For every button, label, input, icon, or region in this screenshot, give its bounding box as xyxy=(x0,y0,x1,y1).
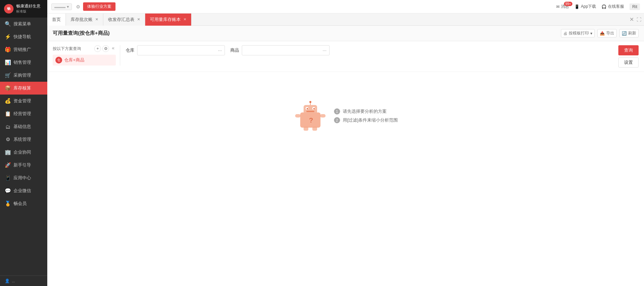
nav-icon-newbie: 🚀 xyxy=(5,162,11,168)
nav-icon-member: 🏅 xyxy=(5,201,11,207)
sidebar-item-finance[interactable]: 💰资金管理 xyxy=(0,95,47,107)
scheme-settings-button[interactable]: ⚙ xyxy=(102,45,109,52)
add-scheme-button[interactable]: + xyxy=(94,45,101,52)
scheme-item-warehouse-goods[interactable]: 仓 仓库+商品 xyxy=(53,55,116,66)
goods-input[interactable] xyxy=(245,48,321,53)
close-window-icon[interactable]: ✕ xyxy=(629,16,634,23)
page-actions: 🖨 按模板打印 ▾ 📤 导出 🔄 刷新 xyxy=(561,29,639,37)
sidebar-nav: 🔍搜索菜单⚡快捷导航🎁营销推广📊销售管理🛒采购管理📦库存核算💰资金管理📋经营管理… xyxy=(0,18,47,276)
sidebar-item-newbie[interactable]: 🚀新手引导 xyxy=(0,159,47,172)
settings-icon[interactable]: ⚙ xyxy=(76,4,80,9)
sidebar-item-inventory[interactable]: 📦库存核算 xyxy=(0,82,47,95)
scheme-actions: + ⚙ « xyxy=(94,45,116,52)
query-btn-area: 查询 设置 xyxy=(614,45,639,68)
export-icon: 📤 xyxy=(600,31,605,36)
tab-summary[interactable]: 收发存汇总表 ✕ xyxy=(103,14,145,26)
tab-inventory-batch[interactable]: 库存批次账 ✕ xyxy=(66,14,103,26)
tab-available-stock[interactable]: 可用量库存账本 ✕ xyxy=(145,14,191,26)
sidebar-item-member[interactable]: 🏅畅会员 xyxy=(0,197,47,210)
app-download-button[interactable]: 📱 App下载 xyxy=(574,4,596,9)
collapse-button[interactable]: « xyxy=(110,45,116,52)
plus-icon: + xyxy=(97,46,99,51)
nav-icon-system: ⚙ xyxy=(5,136,11,142)
trial-button[interactable]: 体验行业方案 xyxy=(83,2,115,11)
nav-icon-basic: 🗂 xyxy=(5,124,11,130)
sidebar-label-marketing: 营销推广 xyxy=(14,47,31,53)
goods-input-wrapper: ··· xyxy=(242,45,330,55)
main-area: ▬▬▬ ▾ ⚙ 体验行业方案 ✉ 消息 99+ 📱 App下载 🎧 在线客服 R… xyxy=(47,0,644,286)
page-header: 可用量查询(按仓库+商品) 🖨 按模板打印 ▾ 📤 导出 🔄 刷新 xyxy=(47,26,644,41)
gear-icon: ⚙ xyxy=(104,46,108,51)
close-tab-icon[interactable]: ✕ xyxy=(95,17,98,22)
close-tab-icon[interactable]: ✕ xyxy=(183,17,186,22)
sidebar-item-sales[interactable]: 📊销售管理 xyxy=(0,56,47,69)
sidebar-logo: 畅 xyxy=(4,4,14,14)
nav-icon-purchase: 🛒 xyxy=(5,72,11,78)
headset-icon: 🎧 xyxy=(601,4,607,9)
message-icon: ✉ xyxy=(556,4,560,9)
tabs-bar: 首页 库存批次账 ✕ 收发存汇总表 ✕ 可用量库存账本 ✕ ✕ ⛶ xyxy=(47,14,644,26)
sidebar-item-appstore[interactable]: 📱应用中心 xyxy=(0,172,47,184)
hint-row-2: 2 用[过滤]条件来缩小分析范围 xyxy=(334,117,398,123)
sidebar-item-operation[interactable]: 📋经营管理 xyxy=(0,107,47,120)
scheme-header: 按以下方案查询 + ⚙ « xyxy=(53,45,116,52)
query-area: 按以下方案查询 + ⚙ « 仓 仓库+商品 xyxy=(47,41,644,72)
tabs-actions: ✕ ⛶ xyxy=(629,16,644,23)
export-button[interactable]: 📤 导出 xyxy=(597,29,617,37)
message-badge: 99+ xyxy=(564,2,572,6)
sidebar-label-wechat: 企业微信 xyxy=(14,188,31,194)
query-button[interactable]: 查询 xyxy=(618,45,639,55)
sidebar-bottom[interactable]: 👤 ... xyxy=(0,276,47,286)
app-name: 畅康通好生意 xyxy=(16,4,41,9)
chevron-down-icon[interactable]: ▾ xyxy=(590,31,592,36)
page-title: 可用量查询(按仓库+商品) xyxy=(53,30,110,36)
sidebar-label-sales: 销售管理 xyxy=(14,59,31,66)
sidebar-item-search[interactable]: 🔍搜索菜单 xyxy=(0,18,47,30)
sidebar-label-appstore: 应用中心 xyxy=(14,175,31,181)
svg-rect-12 xyxy=(306,111,314,112)
nav-icon-marketing: 🎁 xyxy=(5,47,11,53)
empty-state: ? 1 请先选择要分析的方案 2 用[过滤]条件来缩小分析范围 xyxy=(47,72,644,160)
hint-row-1: 1 请先选择要分析的方案 xyxy=(334,108,398,114)
chevron-down-icon[interactable]: ▾ xyxy=(67,4,69,9)
warehouse-input-wrapper: ··· xyxy=(137,45,225,55)
svg-point-4 xyxy=(307,108,308,109)
sidebar-item-system[interactable]: ⚙系统管理 xyxy=(0,133,47,146)
breadcrumb: ▬▬▬ ▾ xyxy=(51,3,72,10)
warehouse-input[interactable] xyxy=(140,48,216,53)
close-tab-icon[interactable]: ✕ xyxy=(137,17,140,22)
sidebar-item-corp[interactable]: 🏢企业协同 xyxy=(0,146,47,159)
sidebar-item-marketing[interactable]: 🎁营销推广 xyxy=(0,43,47,56)
goods-more-icon[interactable]: ··· xyxy=(323,48,327,53)
column-settings-button[interactable]: 设置 xyxy=(618,57,639,68)
empty-content-row: ? 1 请先选择要分析的方案 2 用[过滤]条件来缩小分析范围 xyxy=(293,99,398,133)
phone-icon: 📱 xyxy=(574,4,579,9)
svg-rect-9 xyxy=(320,114,326,118)
message-button[interactable]: ✉ 消息 99+ xyxy=(556,4,569,9)
sidebar-label-basic: 基础信息 xyxy=(14,124,31,130)
service-button[interactable]: 🎧 在线客服 xyxy=(601,4,624,9)
scheme-title: 按以下方案查询 xyxy=(53,46,81,52)
nav-icon-operation: 📋 xyxy=(5,111,11,117)
svg-point-7 xyxy=(309,101,311,103)
sidebar-label-newbie: 新手引导 xyxy=(14,162,31,168)
print-icon: 🖨 xyxy=(563,31,567,36)
nav-icon-finance: 💰 xyxy=(5,98,11,104)
warehouse-more-icon[interactable]: ··· xyxy=(218,48,222,53)
svg-rect-10 xyxy=(304,127,308,131)
expand-icon[interactable]: ⛶ xyxy=(637,17,641,22)
refresh-button[interactable]: 🔄 刷新 xyxy=(619,29,639,37)
sidebar-item-basic[interactable]: 🗂基础信息 xyxy=(0,120,47,133)
user-button[interactable]: Rit xyxy=(629,3,640,10)
sidebar-label-purchase: 采购管理 xyxy=(14,72,31,78)
refresh-icon: 🔄 xyxy=(622,31,627,36)
warehouse-field: 仓库 ··· xyxy=(126,45,225,55)
print-button[interactable]: 🖨 按模板打印 ▾ xyxy=(561,29,595,37)
tab-home[interactable]: 首页 xyxy=(47,14,66,26)
sidebar-item-purchase[interactable]: 🛒采购管理 xyxy=(0,69,47,82)
nav-icon-corp: 🏢 xyxy=(5,149,11,155)
warehouse-label: 仓库 xyxy=(126,47,134,53)
empty-hints: 1 请先选择要分析的方案 2 用[过滤]条件来缩小分析范围 xyxy=(334,108,398,123)
sidebar-item-wechat[interactable]: 💬企业微信 xyxy=(0,184,47,197)
sidebar-item-shortcut[interactable]: ⚡快捷导航 xyxy=(0,30,47,43)
